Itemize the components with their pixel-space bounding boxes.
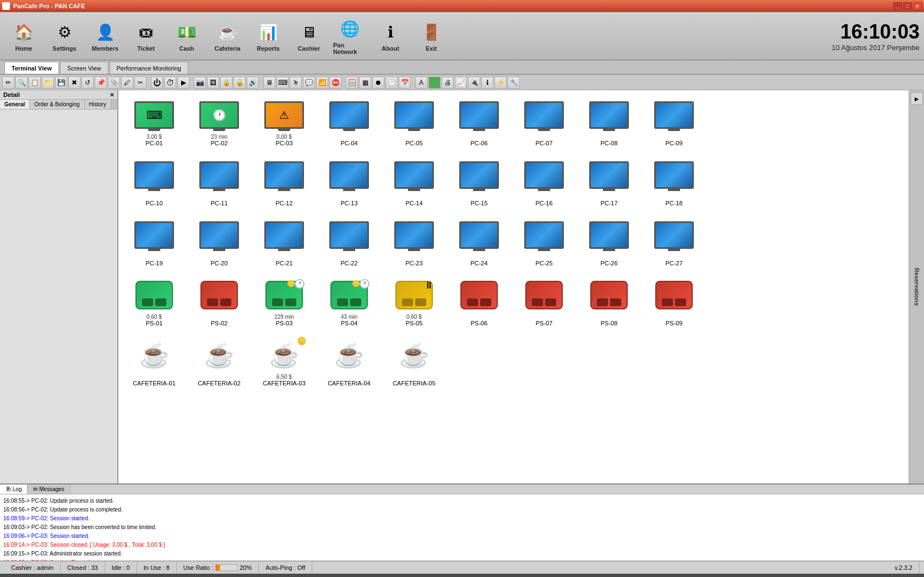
titlebar-controls[interactable]: _ □ ×: [893, 2, 922, 10]
pc-item-19[interactable]: PC-19: [124, 216, 184, 269]
ps-item-02[interactable]: PS-02: [189, 276, 249, 329]
pc-item-09[interactable]: PC-09: [644, 96, 704, 149]
clock-icon-btn[interactable]: 🕐: [385, 77, 398, 89]
pc-item-23[interactable]: PC-23: [384, 216, 444, 269]
camera-icon-btn[interactable]: 📷: [194, 77, 206, 89]
toolbar-members[interactable]: 👤 Members: [86, 17, 124, 55]
maximize-button[interactable]: □: [903, 2, 912, 10]
pc-item-11[interactable]: PC-11: [189, 156, 249, 209]
info-icon-btn[interactable]: ℹ: [481, 77, 493, 89]
attach-icon-btn[interactable]: 📎: [108, 77, 120, 89]
toolbar-exit[interactable]: 🚪 Exit: [412, 17, 450, 55]
pc-item-25[interactable]: PC-25: [514, 216, 574, 269]
ps-item-07[interactable]: PS-07: [514, 276, 574, 329]
block-icon-btn[interactable]: ⛔: [329, 77, 341, 89]
misc1-icon-btn[interactable]: ⚡: [494, 77, 507, 89]
monitor-icon-btn[interactable]: 🖥: [263, 77, 275, 89]
power-icon-btn[interactable]: ⏻: [151, 77, 163, 89]
save-icon-btn[interactable]: 💾: [55, 77, 67, 89]
pc-item-05[interactable]: PC-05: [384, 96, 444, 149]
pc-item-01[interactable]: ⌨ 3,00 $ PC-01: [124, 96, 184, 149]
detail-tab-general[interactable]: General: [0, 100, 30, 109]
pc-item-08[interactable]: PC-08: [579, 96, 639, 149]
pc-item-10[interactable]: PC-10: [124, 156, 184, 209]
clipboard-icon-btn[interactable]: 📋: [29, 77, 41, 89]
record-icon-btn[interactable]: ⏺: [372, 77, 384, 89]
calendar-icon-btn[interactable]: 📅: [399, 77, 411, 89]
log-tab-log[interactable]: 🖹 Log: [0, 485, 28, 494]
edit-icon-btn[interactable]: ✏: [2, 77, 14, 89]
pc-item-03[interactable]: ⚠ 0,00 $ PC-03: [254, 96, 314, 149]
pc-item-04[interactable]: PC-04: [319, 96, 379, 149]
pc-item-13[interactable]: PC-13: [319, 156, 379, 209]
tab-performance-monitoring[interactable]: Performance Monitoring: [110, 62, 188, 74]
cut-icon-btn[interactable]: ✂: [134, 77, 146, 89]
play-icon-btn[interactable]: ▶: [177, 77, 189, 89]
toolbar-about[interactable]: ℹ About: [371, 17, 410, 55]
keyboard-icon-btn[interactable]: ⌨: [276, 77, 289, 89]
unlock-icon-btn[interactable]: 🔓: [233, 77, 246, 89]
toolbar-home[interactable]: 🏠 Home: [4, 17, 43, 55]
pc-item-20[interactable]: PC-20: [189, 216, 249, 269]
toolbar-cafeteria[interactable]: ☕ Cafeteria: [208, 17, 247, 55]
lock-icon-btn[interactable]: 🔒: [220, 77, 232, 89]
ps-item-05[interactable]: ⏸ 0,60 $ PS-05: [384, 276, 444, 329]
ps-item-03[interactable]: 🕐 🪙 229 min PS-03: [254, 276, 314, 329]
toolbar-cashier[interactable]: 🖥 Cashier: [290, 17, 328, 55]
ps-item-09[interactable]: PS-09: [644, 276, 704, 329]
toolbar-settings[interactable]: ⚙ Settings: [45, 17, 84, 55]
misc2-icon-btn[interactable]: 🔧: [508, 77, 520, 89]
pc-item-26[interactable]: PC-26: [579, 216, 639, 269]
pc-item-14[interactable]: PC-14: [384, 156, 444, 209]
ps-item-01[interactable]: 0,60 $ PS-01: [124, 276, 184, 329]
refresh-icon-btn[interactable]: ↺: [81, 77, 94, 89]
tile-icon-btn[interactable]: ▦: [359, 77, 371, 89]
detail-tab-history[interactable]: History: [85, 100, 111, 109]
minimize-button[interactable]: _: [893, 2, 902, 10]
detail-tab-order[interactable]: Order & Belonging: [30, 100, 84, 109]
tab-terminal-view[interactable]: Terminal View: [4, 62, 59, 74]
pc-item-06[interactable]: PC-06: [449, 96, 509, 149]
toolbar-pan-network[interactable]: 🌐 Pan Network: [330, 14, 369, 58]
cafeteria-item-01[interactable]: ☕ CAFETERIA-01: [124, 336, 184, 389]
toolbar-reports[interactable]: 📊 Reports: [249, 17, 287, 55]
pc-item-02[interactable]: 🕐 23 min PC-02: [189, 96, 249, 149]
ps-item-04[interactable]: 🕐 🪙 43 min PS-04: [319, 276, 379, 329]
pc-item-24[interactable]: PC-24: [449, 216, 509, 269]
pen-icon-btn[interactable]: 🖊: [121, 77, 133, 89]
pc-item-07[interactable]: PC-07: [514, 96, 574, 149]
cafeteria-item-05[interactable]: ☕ CAFETERIA-05: [384, 336, 444, 389]
pin-icon-btn[interactable]: 📌: [95, 77, 107, 89]
pc-item-17[interactable]: PC-17: [579, 156, 639, 209]
print-icon-btn[interactable]: 🖨: [442, 77, 454, 89]
close-button[interactable]: ×: [913, 2, 922, 10]
green-icon-btn[interactable]: [428, 77, 441, 89]
log-tab-messages[interactable]: ✉ Messages: [28, 485, 70, 494]
ps-item-06[interactable]: PS-06: [449, 276, 509, 329]
chart-icon-btn[interactable]: 📈: [455, 77, 467, 89]
cafeteria-item-03[interactable]: ☕ 🪙 6,50 $ CAFETERIA-03: [254, 336, 314, 389]
pc-item-22[interactable]: PC-22: [319, 216, 379, 269]
ps-item-08[interactable]: PS-08: [579, 276, 639, 329]
signal-icon-btn[interactable]: 📶: [316, 77, 328, 89]
search-icon-btn[interactable]: 🔍: [15, 77, 28, 89]
toolbar-cash[interactable]: 💵 Cash: [167, 17, 206, 55]
windows-icon-btn[interactable]: 🪟: [346, 77, 358, 89]
pc-item-16[interactable]: PC-16: [514, 156, 574, 209]
delete-icon-btn[interactable]: ✖: [68, 77, 80, 89]
detail-close-button[interactable]: ✕: [110, 92, 114, 98]
folder-icon-btn[interactable]: 📁: [42, 77, 54, 89]
reservations-btn-1[interactable]: ▶: [911, 92, 923, 105]
toolbar-ticket[interactable]: 🎟 Ticket: [127, 17, 165, 55]
pc-item-12[interactable]: PC-12: [254, 156, 314, 209]
text-icon-btn[interactable]: A: [415, 77, 427, 89]
vol-icon-btn[interactable]: 🔊: [247, 77, 259, 89]
cafeteria-item-02[interactable]: ☕ CAFETERIA-02: [189, 336, 249, 389]
pc-item-18[interactable]: PC-18: [644, 156, 704, 209]
screenshot-icon-btn[interactable]: 🖼: [207, 77, 219, 89]
cafeteria-item-04[interactable]: ☕ CAFETERIA-04: [319, 336, 379, 389]
pc-item-21[interactable]: PC-21: [254, 216, 314, 269]
pc-item-15[interactable]: PC-15: [449, 156, 509, 209]
tab-screen-view[interactable]: Screen View: [60, 62, 108, 74]
message-icon-btn[interactable]: 💬: [303, 77, 315, 89]
